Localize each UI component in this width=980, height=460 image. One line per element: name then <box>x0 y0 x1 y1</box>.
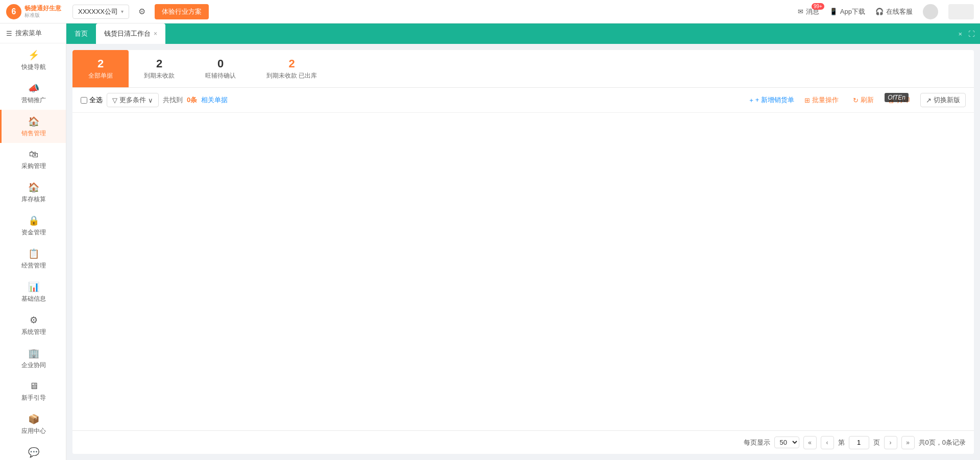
table-area <box>72 113 974 430</box>
toolbar-left: 全选 ▽ 更多条件 ∨ 共找到 0条 相关单据 <box>81 93 228 107</box>
stat-label-2: 旺辅待确认 <box>205 71 236 80</box>
filter-arrow: ∨ <box>148 96 153 104</box>
page-content: 2 全部单据 2 到期未收款 0 旺辅待确认 2 到期未收款 已出库 <box>66 44 980 460</box>
online-service-action[interactable]: 🎧 在线客服 <box>875 7 913 16</box>
batch-icon: ⊞ <box>804 96 810 104</box>
select-all-checkbox[interactable]: 全选 <box>81 95 103 105</box>
last-page-button[interactable]: » <box>901 436 915 449</box>
sidebar-item-beginner[interactable]: 🖥 新手引导 <box>0 375 66 407</box>
sidebar-label-beginner: 新手引导 <box>21 394 46 402</box>
app-download-action[interactable]: 📱 App下载 <box>829 7 865 16</box>
sidebar-item-wechat[interactable]: 💬 企业微信 <box>0 441 66 460</box>
page-input[interactable] <box>849 436 869 449</box>
sidebar-label-purchase: 采购管理 <box>21 162 46 171</box>
sidebar-item-sales[interactable]: 🏠 销售管理 <box>0 110 66 143</box>
sidebar-label-basic-info: 基础信息 <box>21 295 46 303</box>
prev-page-button[interactable]: ‹ <box>821 436 834 449</box>
stat-tab-3[interactable]: 2 到期未收款 已出库 <box>251 50 332 87</box>
next-page-button[interactable]: › <box>884 436 897 449</box>
total-label: 共0页，0条记录 <box>919 438 966 447</box>
window-close-icon[interactable]: × <box>958 30 962 38</box>
first-page-button[interactable]: « <box>803 436 817 449</box>
operations-icon: 📋 <box>28 248 39 259</box>
select-all-label: 全选 <box>89 95 103 105</box>
toolbar-right: + + 新增销货单 ⊞ 批量操作 ↻ 刷新 🖨 <box>749 93 966 107</box>
stat-label-1: 到期未收款 <box>144 71 175 80</box>
sidebar-item-quick-nav[interactable]: ⚡ 快捷导航 <box>0 43 66 77</box>
stat-tab-1[interactable]: 2 到期未收款 <box>129 50 190 87</box>
sidebar-item-enterprise[interactable]: 🏢 企业协同 <box>0 342 66 375</box>
filter-icon: ▽ <box>112 96 117 104</box>
sidebar-label-finance: 资金管理 <box>21 228 46 237</box>
sidebar-label-sales: 销售管理 <box>21 129 46 138</box>
stat-num-0: 2 <box>97 57 104 70</box>
trial-button[interactable]: 体验行业方案 <box>155 4 209 19</box>
sidebar-label-operations: 经营管理 <box>21 261 46 270</box>
sidebar-item-marketing[interactable]: 📣 营销推广 <box>0 77 66 110</box>
app-title: 畅捷通好生意 <box>24 5 61 12</box>
stat-tab-0[interactable]: 2 全部单据 <box>72 50 129 87</box>
sidebar-label-quick-nav: 快捷导航 <box>21 63 46 71</box>
inventory-icon: 🏠 <box>28 182 39 193</box>
top-header: 6 畅捷通好生意 标准版 XXXXXX公司 ▾ ⚙ 体验行业方案 ✉ 消息 99… <box>0 0 980 23</box>
add-button[interactable]: + + 新增销货单 <box>749 95 794 105</box>
wechat-icon: 💬 <box>28 447 39 458</box>
finance-icon: 🔒 <box>28 215 39 226</box>
page-prefix: 第 <box>838 438 845 447</box>
logo-icon: 6 <box>6 4 21 19</box>
refresh-icon: ↻ <box>853 96 859 104</box>
tab-window-close[interactable]: × ⛶ <box>953 30 980 38</box>
per-page-label: 每页显示 <box>744 438 770 447</box>
toolbar: 全选 ▽ 更多条件 ∨ 共找到 0条 相关单据 + <box>72 88 974 113</box>
new-version-label: 切换新版 <box>934 95 960 105</box>
add-label: + 新增销货单 <box>755 95 794 105</box>
stat-tab-2[interactable]: 0 旺辅待确认 <box>190 50 251 87</box>
enterprise-icon: 🏢 <box>28 348 39 359</box>
app-center-icon: 📦 <box>28 414 39 425</box>
refresh-button[interactable]: ↻ 刷新 <box>849 93 878 107</box>
tab-home-label: 首页 <box>75 29 88 38</box>
found-suffix[interactable]: 相关单据 <box>201 95 228 105</box>
window-max-icon[interactable]: ⛶ <box>968 30 975 38</box>
tab-current-label: 钱货日清工作台 <box>104 29 151 38</box>
search-icon: ☰ <box>6 30 12 37</box>
sidebar-item-operations[interactable]: 📋 经营管理 <box>0 242 66 275</box>
basic-info-icon: 📊 <box>28 281 39 293</box>
per-page-select[interactable]: 50 <box>774 437 799 448</box>
page-unit: 页 <box>873 438 880 447</box>
filter-button[interactable]: ▽ 更多条件 ∨ <box>107 93 159 107</box>
app-subtitle: 标准版 <box>24 12 61 18</box>
user-name-area[interactable] <box>948 4 974 19</box>
sidebar-item-system[interactable]: ⚙ 系统管理 <box>0 308 66 342</box>
select-all-input[interactable] <box>81 97 87 104</box>
main-layout: ☰ 搜索菜单 ⚡ 快捷导航 📣 营销推广 🏠 销售管理 🛍 采购管理 🏠 库存核… <box>0 23 980 460</box>
sidebar: ☰ 搜索菜单 ⚡ 快捷导航 📣 营销推广 🏠 销售管理 🛍 采购管理 🏠 库存核… <box>0 23 66 460</box>
logo-area: 6 畅捷通好生意 标准版 <box>6 4 72 19</box>
sidebar-label-system: 系统管理 <box>21 328 46 336</box>
search-label: 搜索菜单 <box>15 29 42 38</box>
sidebar-item-app-center[interactable]: 📦 应用中心 <box>0 407 66 441</box>
often-badge: OfTEn <box>885 93 909 102</box>
sidebar-item-basic-info[interactable]: 📊 基础信息 <box>0 275 66 308</box>
sidebar-search[interactable]: ☰ 搜索菜单 <box>0 23 66 43</box>
stat-num-2: 0 <box>217 57 224 70</box>
message-action[interactable]: ✉ 消息 99+ <box>798 7 819 16</box>
settings-button[interactable]: ⚙ <box>134 4 150 19</box>
sidebar-item-purchase[interactable]: 🛍 采购管理 <box>0 143 66 176</box>
company-selector[interactable]: XXXXXX公司 ▾ <box>72 5 129 19</box>
sidebar-label-app-center: 应用中心 <box>21 427 46 435</box>
stat-label-0: 全部单据 <box>88 71 113 80</box>
user-avatar[interactable] <box>923 4 938 19</box>
batch-button[interactable]: ⊞ 批量操作 <box>800 93 843 107</box>
sidebar-item-finance[interactable]: 🔒 资金管理 <box>0 209 66 242</box>
stat-num-3: 2 <box>289 57 295 70</box>
tab-current[interactable]: 钱货日清工作台 × <box>96 23 165 44</box>
tab-home[interactable]: 首页 <box>66 23 96 44</box>
sidebar-item-inventory[interactable]: 🏠 库存核算 <box>0 176 66 209</box>
tab-close-icon[interactable]: × <box>154 30 157 37</box>
logo-text: 畅捷通好生意 标准版 <box>24 5 61 18</box>
purchase-icon: 🛍 <box>29 149 38 160</box>
marketing-icon: 📣 <box>28 83 39 94</box>
stat-num-1: 2 <box>156 57 162 70</box>
new-version-button[interactable]: ↗ 切换新版 <box>920 93 966 107</box>
